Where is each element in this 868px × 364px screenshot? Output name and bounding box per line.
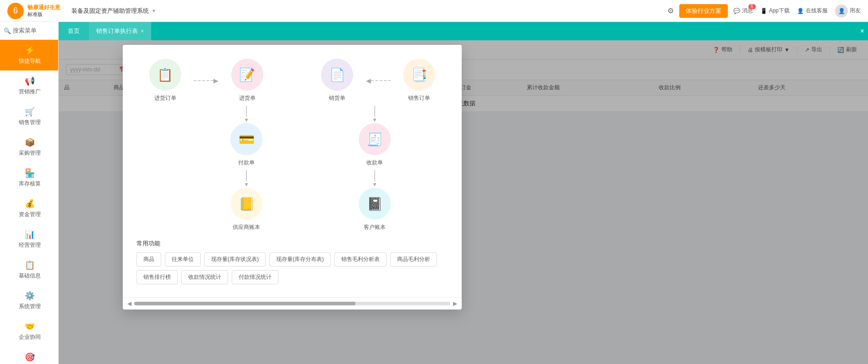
inventory-icon: 🏪 [25, 168, 35, 178]
flow-node-supplier-ledger[interactable]: 📒 供应商账本 [201, 188, 292, 231]
scroll-left-btn[interactable]: ◀ [127, 300, 131, 307]
purchase-bill-circle: 📝 [231, 59, 263, 91]
common-functions: 常用功能 商品 往来单位 现存量(库存状况表) 现存量(库存分布表) 销售毛利分… [136, 239, 448, 284]
arrow-down-payment: ▼ [201, 170, 292, 188]
func-btn-contacts[interactable]: 往来单位 [165, 252, 201, 266]
payment-icon: 💳 [239, 132, 255, 147]
func-btn-sales-profit[interactable]: 销售毛利分析表 [334, 252, 387, 266]
flow-node-purchase-bill[interactable]: 📝 进货单 [218, 59, 276, 102]
top-bar: 6 畅康通好生意 标准版 装备及固定资产辅助管理系统 ▼ ⚙ 体验行业方案 💬 … [0, 0, 868, 22]
flow-row-arrows2: ▼ ▼ [136, 170, 448, 188]
sidebar-item-quick-nav[interactable]: ⚡ 快捷导航 [0, 40, 58, 71]
arrow-down-purchase: ▼ [201, 106, 292, 123]
content-area: 首页 销售订单执行表 × × ❓ 帮助 [59, 22, 868, 364]
sidebar-item-enterprise[interactable]: 🤝 企业协同 [0, 316, 58, 347]
quick-nav-icon: ⚡ [25, 45, 35, 55]
func-btn-payment-stats[interactable]: 付款情况统计 [232, 270, 278, 284]
system-icon: ⚙️ [25, 291, 35, 301]
func-row-2: 销售排行榜 收款情况统计 付款情况统计 [136, 270, 448, 284]
flow-node-customer-ledger[interactable]: 📓 客户账本 [329, 188, 420, 231]
system-title: 装备及固定资产辅助管理系统 ▼ [71, 7, 662, 15]
modal-scrollbar: ◀ ▶ [123, 297, 462, 310]
tab-close-icon[interactable]: × [141, 28, 144, 34]
system-title-text: 装备及固定资产辅助管理系统 [71, 7, 149, 15]
flow-node-sales-order[interactable]: 📑 销售订单 [391, 59, 448, 102]
message-btn[interactable]: 💬 消息 6 [733, 7, 753, 15]
receipt-icon: 🧾 [367, 132, 383, 147]
finance-icon: 💰 [25, 199, 35, 209]
func-btn-stock-dist[interactable]: 现存量(库存分布表) [269, 252, 331, 266]
sales-order-icon: 📑 [411, 67, 427, 82]
message-badge: 6 [748, 4, 756, 9]
sales-bill-circle: 📄 [321, 59, 353, 91]
flow-row-1: 📋 进货订单 ▶ [136, 59, 448, 102]
func-btn-stock-status[interactable]: 现存量(库存状况表) [204, 252, 266, 266]
scrollbar-thumb [134, 302, 355, 305]
flow-node-receipt[interactable]: 🧾 收款单 [329, 123, 420, 167]
receipt-circle: 🧾 [359, 123, 391, 155]
sidebar-search[interactable]: 🔍 搜索菜单 [0, 22, 58, 40]
flow-node-purchase-order[interactable]: 📋 进货订单 [136, 59, 194, 102]
sidebar-item-purchase[interactable]: 📦 采购管理 [0, 132, 58, 163]
flow-diagram: 📋 进货订单 ▶ [136, 59, 448, 235]
purchase-icon: 📦 [25, 137, 35, 147]
sidebar-item-operations[interactable]: 📊 经营管理 [0, 224, 58, 255]
page-body: ❓ 帮助 🖨 按模板打印 ▼ ↗ 导出 [59, 40, 868, 364]
top-right-actions: 💬 消息 6 📱 App下载 👤 在线客服 👤 用友 [733, 5, 861, 17]
flow-node-sales-bill[interactable]: 📄 销货单 [309, 59, 366, 102]
func-btn-sales-rank[interactable]: 销售排行榜 [136, 270, 178, 284]
arrow-purchase-to-bill: ▶ [194, 77, 218, 84]
func-btn-goods-profit[interactable]: 商品毛利分析 [390, 252, 437, 266]
sidebar-item-finance[interactable]: 💰 资金管理 [0, 193, 58, 224]
download-icon: 📱 [760, 8, 767, 14]
scroll-right-btn[interactable]: ▶ [453, 300, 457, 307]
flow-row-2: 💳 付款单 🧾 [136, 123, 448, 167]
tab-home[interactable]: 首页 [59, 22, 89, 40]
sidebar-item-system[interactable]: ⚙️ 系统管理 [0, 285, 58, 316]
guide-icon: 🎯 [25, 352, 35, 362]
arrow-down-sales: ▼ [329, 106, 420, 123]
flow-row-arrows: ▼ ▼ [136, 106, 448, 123]
operations-icon: 📊 [25, 229, 35, 239]
modal-content: 📋 进货订单 ▶ [123, 45, 462, 297]
experience-button[interactable]: 体验行业方案 [679, 4, 728, 18]
flow-node-payment[interactable]: 💳 付款单 [201, 123, 292, 167]
sidebar-item-guide[interactable]: 🎯 新手引导 [0, 347, 58, 364]
payment-circle: 💳 [230, 123, 262, 155]
user-area[interactable]: 👤 用友 [835, 5, 861, 17]
common-funcs-title: 常用功能 [136, 239, 448, 248]
modal-overlay: 📋 进货订单 ▶ [59, 40, 868, 364]
sidebar-item-basic-info[interactable]: 📋 基础信息 [0, 255, 58, 285]
service-icon: 👤 [797, 8, 804, 14]
sidebar: 🔍 搜索菜单 ⚡ 快捷导航 📢 营销推广 🛒 销售管理 📦 采购管理 🏪 [0, 22, 59, 364]
sidebar-item-sales[interactable]: 🛒 销售管理 [0, 101, 58, 132]
sales-bill-icon: 📄 [329, 67, 345, 82]
tab-bar-close-btn[interactable]: × [860, 27, 864, 35]
arrow-sales-order-to-bill: ◀ [366, 77, 391, 84]
message-icon: 💬 [733, 8, 740, 14]
system-dropdown-icon[interactable]: ▼ [152, 8, 156, 13]
supplier-ledger-icon: 📒 [239, 196, 255, 212]
user-avatar: 👤 [835, 5, 848, 17]
search-icon: 🔍 [4, 27, 11, 34]
basic-info-icon: 📋 [25, 260, 35, 270]
tab-bar: 首页 销售订单执行表 × × [59, 22, 868, 40]
enterprise-icon: 🤝 [25, 321, 35, 331]
sales-icon: 🛒 [25, 107, 35, 117]
flow-row-3: 📒 供应商账本 📓 [136, 188, 448, 231]
func-btn-goods[interactable]: 商品 [136, 252, 161, 266]
app-download-btn[interactable]: 📱 App下载 [760, 7, 790, 15]
sidebar-item-marketing[interactable]: 📢 营销推广 [0, 71, 58, 101]
customer-ledger-icon: 📓 [367, 196, 383, 212]
logo-area: 6 畅康通好生意 标准版 [7, 3, 66, 19]
func-btn-receipt-stats[interactable]: 收款情况统计 [181, 270, 228, 284]
customer-ledger-circle: 📓 [359, 188, 391, 220]
sidebar-item-inventory[interactable]: 🏪 库存核算 [0, 163, 58, 193]
settings-icon[interactable]: ⚙ [667, 6, 674, 15]
func-row-1: 商品 往来单位 现存量(库存状况表) 现存量(库存分布表) 销售毛利分析表 商品… [136, 252, 448, 266]
supplier-ledger-circle: 📒 [230, 188, 262, 220]
arrow-down-receipt: ▼ [329, 170, 420, 188]
tab-sales-order[interactable]: 销售订单执行表 × [89, 22, 151, 40]
scrollbar-track[interactable] [134, 302, 450, 305]
online-service-btn[interactable]: 👤 在线客服 [797, 7, 828, 15]
